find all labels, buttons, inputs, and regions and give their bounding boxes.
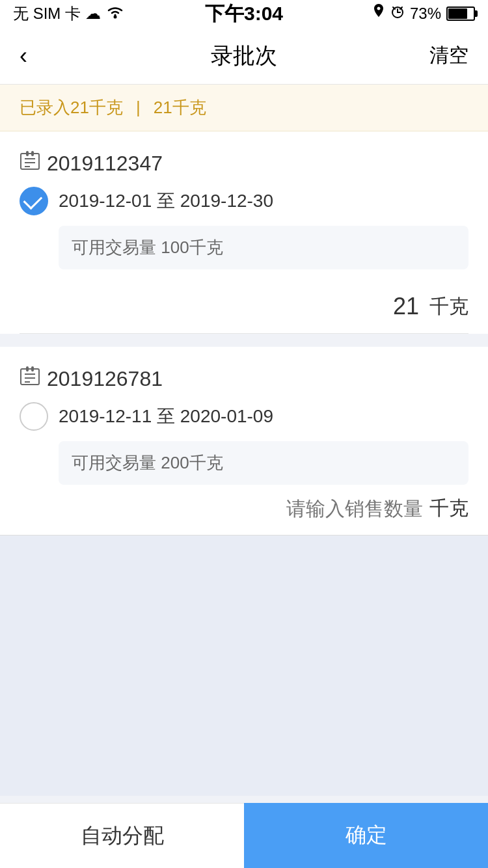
recorded-label: 已录入21千克 — [20, 96, 123, 119]
status-left: 无 SIM 卡 ☁ — [13, 3, 124, 24]
battery-icon — [446, 7, 475, 21]
svg-rect-15 — [31, 366, 34, 372]
batch2-qty-unit: 千克 — [429, 495, 468, 522]
batch2-qty-input[interactable] — [20, 498, 423, 520]
status-right: 73% — [372, 4, 475, 23]
batch1-radio[interactable] — [20, 187, 48, 215]
batch2-date-row[interactable]: 2019-12-11 至 2020-01-09 — [20, 402, 468, 431]
batch1-date-row[interactable]: 2019-12-01 至 2019-12-30 — [20, 187, 468, 215]
batch1-qty-text: 可用交易量 100千克 — [72, 237, 223, 257]
batch2-icon — [20, 366, 40, 392]
batch1-qty-value: 21 — [393, 293, 419, 320]
empty-area — [0, 536, 488, 796]
clear-button[interactable]: 清空 — [429, 42, 468, 69]
auto-distribute-button[interactable]: 自动分配 — [0, 803, 244, 868]
batch2-id: 2019126781 — [47, 367, 163, 391]
svg-rect-14 — [26, 366, 29, 372]
batch2-radio[interactable] — [20, 402, 48, 431]
location-icon — [372, 4, 385, 23]
battery-percent: 73% — [410, 5, 441, 23]
status-time: 下午3:04 — [205, 1, 283, 27]
page-title: 录批次 — [211, 41, 277, 71]
back-button[interactable]: ‹ — [20, 42, 59, 70]
batch2-available-qty: 可用交易量 200千克 — [59, 441, 468, 485]
batch1-id: 2019112347 — [47, 152, 163, 176]
batch1-date: 2019-12-01 至 2019-12-30 — [59, 189, 273, 213]
svg-rect-9 — [31, 151, 34, 156]
batch-card-2: 2019126781 2019-12-11 至 2020-01-09 可用交易量… — [0, 347, 488, 536]
section-divider-1 — [0, 334, 488, 347]
info-value: 21千克 — [154, 96, 206, 119]
batch2-date: 2019-12-11 至 2020-01-09 — [59, 404, 273, 429]
info-divider: | — [136, 98, 141, 118]
alarm-icon — [390, 5, 405, 23]
batch1-qty-unit: 千克 — [429, 293, 468, 320]
wifi-icon — [106, 5, 124, 23]
confirm-button[interactable]: 确定 — [244, 803, 488, 868]
status-bar: 无 SIM 卡 ☁ 下午3:04 73% — [0, 0, 488, 27]
batch1-available-qty: 可用交易量 100千克 — [59, 226, 468, 269]
batch1-icon — [20, 151, 40, 176]
info-banner: 已录入21千克 | 21千克 — [0, 85, 488, 131]
batch1-header: 2019112347 — [20, 151, 468, 176]
nav-bar: ‹ 录批次 清空 — [0, 27, 488, 85]
batch1-qty-row: 21 千克 — [20, 280, 468, 334]
batch2-qty-text: 可用交易量 200千克 — [72, 453, 223, 472]
bottom-bar: 自动分配 确定 — [0, 803, 488, 868]
batch2-input-row[interactable]: 千克 — [0, 495, 488, 536]
batch2-header: 2019126781 — [20, 366, 468, 392]
batch-card-1: 2019112347 2019-12-01 至 2019-12-30 可用交易量… — [0, 131, 488, 334]
svg-point-0 — [113, 16, 116, 19]
sim-label: 无 SIM 卡 ☁ — [13, 3, 101, 24]
svg-rect-8 — [26, 151, 29, 156]
